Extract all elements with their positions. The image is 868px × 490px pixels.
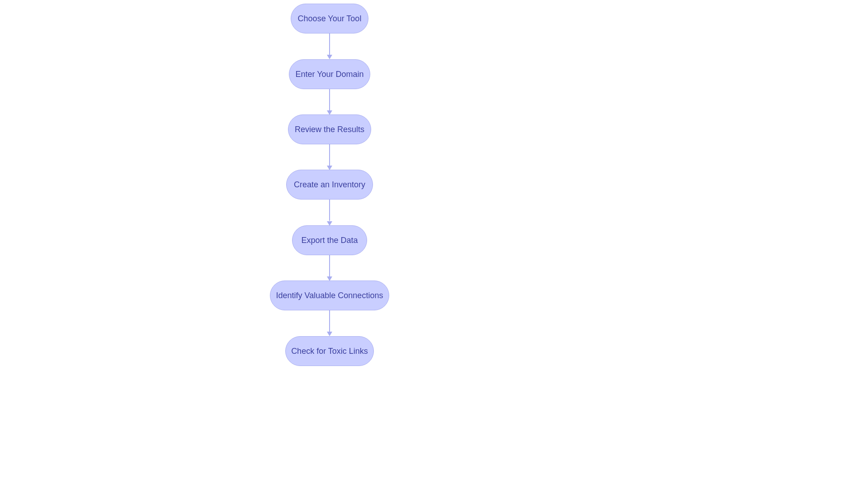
node-label: Export the Data: [301, 236, 358, 245]
flowchart-arrow: [329, 33, 330, 55]
node-label: Identify Valuable Connections: [276, 291, 383, 300]
flowchart-arrow: [329, 310, 330, 332]
arrow-down-icon: [327, 55, 332, 59]
flowchart-node: Check for Toxic Links: [285, 336, 374, 366]
flowchart-node: Choose Your Tool: [291, 4, 368, 33]
node-label: Enter Your Domain: [295, 70, 363, 79]
node-label: Create an Inventory: [294, 180, 365, 190]
flowchart-arrow: [329, 200, 330, 221]
flowchart-node: Identify Valuable Connections: [270, 281, 389, 310]
flowchart-node: Enter Your Domain: [289, 59, 370, 89]
node-label: Check for Toxic Links: [291, 347, 368, 356]
arrow-down-icon: [327, 332, 332, 336]
flowchart-canvas: Choose Your Tool Enter Your Domain Revie…: [0, 0, 868, 490]
flowchart-node: Review the Results: [288, 114, 371, 144]
node-label: Choose Your Tool: [298, 14, 362, 24]
flowchart-arrow: [329, 144, 330, 166]
node-label: Review the Results: [295, 125, 364, 134]
flowchart-arrow: [329, 89, 330, 110]
flowchart-node: Create an Inventory: [286, 170, 373, 200]
flowchart-arrow: [329, 255, 330, 276]
flowchart-node: Export the Data: [292, 225, 367, 255]
